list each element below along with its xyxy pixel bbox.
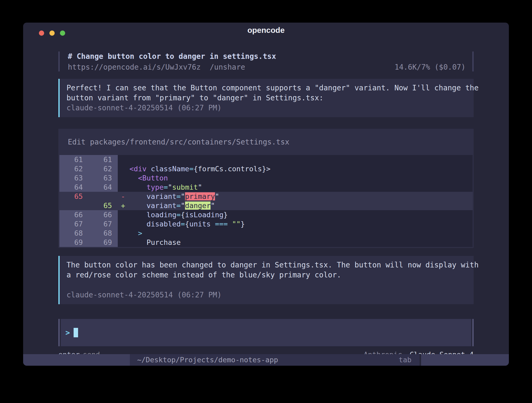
share-url-link[interactable]: https://opencode.ai/s/UwJxv76z	[68, 63, 201, 71]
diff-row: 6767 disabled={units === ""}	[59, 219, 473, 229]
message-text-line	[66, 280, 467, 290]
code-token: }	[223, 211, 228, 219]
diff-row: 6666 loading={isLoading}	[59, 210, 473, 219]
edit-file-path: Edit packages/frontend/src/containers/Se…	[59, 129, 473, 155]
diff-code-line: type="submit"	[118, 183, 473, 192]
diff-marker	[121, 174, 125, 182]
code-token: loading	[147, 211, 177, 219]
diff-old-line-number: 64	[59, 183, 89, 192]
main-content: # Change button color to danger in setti…	[23, 51, 509, 359]
diff-row: 6363 <Button	[59, 173, 473, 183]
assistant-message: Perfect! I can see that the Button compo…	[58, 79, 474, 117]
code-token	[125, 192, 146, 200]
prompt-symbol: >	[65, 328, 70, 337]
diff-new-line-number: 62	[89, 164, 118, 173]
assistant-message: The button color has been changed to dan…	[58, 256, 474, 304]
code-token: disabled	[147, 220, 181, 228]
code-token: danger	[185, 202, 211, 210]
diff-code-line: <div className={formCs.controls}>	[118, 164, 473, 173]
context-usage-cost: 14.6K/7% ($0.07)	[395, 63, 465, 71]
diff-old-line-number: 63	[59, 173, 89, 183]
code-token	[125, 220, 146, 228]
unshare-command[interactable]: /unshare	[210, 63, 245, 71]
code-token: }	[241, 220, 245, 228]
diff-new-line-number: 65	[89, 201, 118, 210]
diff-row: 6262 <div className={formCs.controls}>	[59, 164, 473, 173]
input-right-edge	[472, 319, 474, 346]
status-divider	[420, 354, 421, 366]
diff-marker	[121, 156, 125, 164]
code-token	[125, 211, 146, 219]
diff-code-line: Purchase	[118, 238, 473, 247]
opencode-window: opencode # Change button color to danger…	[23, 23, 509, 366]
code-token	[125, 202, 146, 210]
code-token: =	[176, 211, 181, 219]
code-token: units	[189, 220, 211, 228]
diff-marker	[121, 220, 125, 228]
code-token: "	[215, 192, 219, 200]
titlebar: opencode	[23, 23, 509, 38]
code-token	[211, 220, 215, 228]
diff-old-line-number: 61	[59, 155, 89, 164]
message-text-line: button variant from "primary" to "danger…	[66, 93, 467, 103]
diff-marker	[121, 165, 125, 173]
diff-marker	[121, 238, 125, 246]
code-token: type	[147, 183, 164, 191]
code-token: <Button	[138, 174, 168, 182]
message-text: Perfect! I can see that the Button compo…	[66, 83, 467, 103]
diff-old-line-number: 68	[59, 229, 89, 238]
message-text-line: a red/rose color scheme instead of the b…	[66, 270, 467, 280]
diff-old-line-number	[59, 201, 89, 210]
status-bar-right: tab BUILDMODE	[391, 354, 509, 366]
diff-old-line-number: 65	[59, 192, 89, 201]
diff-old-line-number: 69	[59, 238, 89, 247]
code-token: =	[181, 220, 185, 228]
diff-code-line: - variant="primary"	[118, 192, 473, 201]
diff-marker	[121, 183, 125, 191]
diff-row: 6969 Purchase	[59, 238, 473, 247]
diff-row: 6868 >	[59, 229, 473, 238]
code-token: "	[181, 192, 185, 200]
session-meta-row: https://opencode.ai/s/UwJxv76z /unshare …	[68, 63, 465, 71]
code-token: className	[151, 165, 189, 173]
code-token: {	[181, 211, 185, 219]
diff-old-line-number: 66	[59, 210, 89, 219]
diff-code-line: + variant="danger"	[118, 201, 473, 210]
code-token: Purchase	[147, 238, 181, 246]
code-token: "	[211, 202, 215, 210]
code-token	[125, 229, 138, 237]
mode-chip[interactable]: BUILDMODE	[421, 354, 509, 366]
message-text-line: Perfect! I can see that the Button compo…	[66, 83, 467, 93]
diff-new-line-number: 69	[89, 238, 118, 247]
diff-view: 6161 6262 <div className={formCs.control…	[59, 155, 473, 247]
code-token: <div	[130, 165, 147, 173]
session-title: # Change button color to danger in setti…	[68, 52, 465, 61]
diff-new-line-number	[89, 192, 118, 201]
diff-new-line-number: 66	[89, 210, 118, 219]
code-token: {	[185, 220, 189, 228]
code-token: =	[176, 192, 181, 200]
diff-new-line-number: 63	[89, 173, 118, 183]
diff-marker	[121, 229, 125, 237]
code-token	[125, 174, 138, 182]
edit-tool-block: Edit packages/frontend/src/containers/Se…	[58, 129, 474, 248]
diff-new-line-number: 64	[89, 183, 118, 192]
code-token: variant	[147, 202, 177, 210]
message-text: The button color has been changed to dan…	[66, 260, 467, 290]
diff-marker	[121, 211, 125, 219]
diff-row: 6464 type="submit"	[59, 183, 473, 192]
diff-code-line: >	[118, 229, 473, 238]
prompt-input-row: >	[58, 319, 474, 346]
tab-key-hint[interactable]: tab	[391, 354, 420, 366]
code-token: ===	[215, 220, 228, 228]
code-token: "	[168, 183, 172, 191]
input-left-edge	[58, 319, 60, 346]
diff-code-line: disabled={units === ""}	[118, 219, 473, 229]
code-token: "	[198, 183, 202, 191]
prompt-input[interactable]: >	[61, 319, 471, 346]
code-token	[125, 238, 146, 246]
message-text-line: The button color has been changed to dan…	[66, 260, 467, 270]
session-header: # Change button color to danger in setti…	[58, 51, 474, 71]
diff-marker: -	[121, 192, 125, 200]
diff-new-line-number: 67	[89, 219, 118, 229]
